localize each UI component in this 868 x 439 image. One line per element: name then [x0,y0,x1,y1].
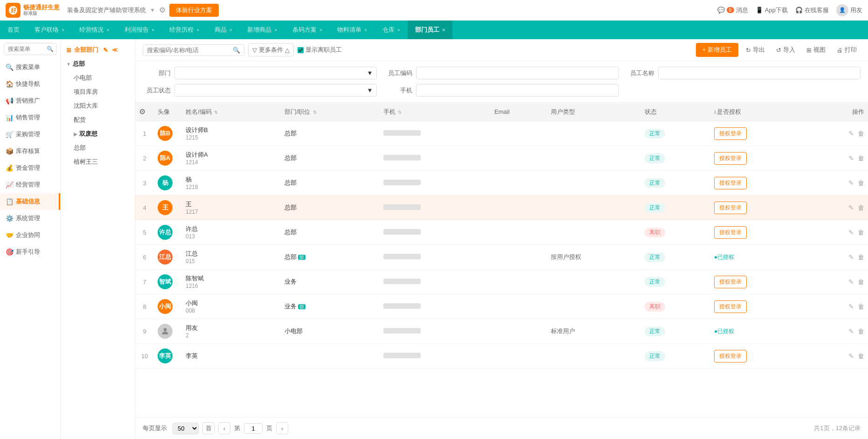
auth-login-btn[interactable]: 授权登录 [714,276,747,288]
close-profit-tab[interactable]: × [152,27,154,33]
delete-icon[interactable]: 🗑 [858,303,864,310]
edit-icon[interactable]: ✎ [848,154,854,162]
dept-edit-icon[interactable]: ✎ [103,47,108,54]
close-history-tab[interactable]: × [196,27,199,33]
sidebar-item-operations[interactable]: 📈 经营管理 [0,176,60,193]
tab-profit[interactable]: 利润报告× [117,21,162,39]
close-bom-tab[interactable]: × [364,27,367,33]
auth-login-btn[interactable]: 授权登录 [714,202,747,214]
app-download-btn[interactable]: 📱 App下载 [756,6,788,14]
cell-auth[interactable]: 授权登录 [710,146,810,171]
tab-addgoods[interactable]: 新增商品× [240,21,285,39]
edit-icon[interactable]: ✎ [848,179,854,187]
dept-group-shuangfeixiang[interactable]: ▶ 双废想 [61,127,135,141]
prev-page-btn[interactable]: ‹ [218,422,230,434]
cell-auth[interactable]: 授权登录 [710,171,810,195]
close-customer-tab[interactable]: × [62,27,64,33]
tab-business[interactable]: 经营情况× [72,21,117,39]
table-settings-icon[interactable]: ⚙ [139,108,146,116]
page-input[interactable] [244,423,263,434]
edit-icon[interactable]: ✎ [848,253,854,261]
auth-login-btn[interactable]: 授权登录 [714,127,747,140]
online-support-btn[interactable]: 🎧 在线客服 [795,6,829,14]
dept-item-zhushuwang[interactable]: 植树王三 [61,155,135,169]
dept-item-shenyang[interactable]: 沈阳大库 [61,99,135,113]
auth-login-btn[interactable]: 授权登录 [714,226,747,239]
edit-icon[interactable]: ✎ [848,278,854,286]
delete-icon[interactable]: 🗑 [858,253,864,261]
edit-icon[interactable]: ✎ [848,229,854,236]
delete-icon[interactable]: 🗑 [858,229,864,236]
cell-auth[interactable]: 授权登录 [710,270,810,294]
close-warehouse-tab[interactable]: × [397,27,400,33]
more-conditions-btn[interactable]: ▽ 更多条件 △ [248,43,294,56]
show-resigned-checkbox[interactable] [298,47,304,53]
sidebar-item-collab[interactable]: 🤝 企业协同 [0,227,60,244]
delete-icon[interactable]: 🗑 [858,328,864,335]
sidebar-item-finance[interactable]: 💰 资金管理 [0,160,60,176]
close-employees-tab[interactable]: × [442,27,445,33]
print-btn[interactable]: 🖨 打印 [833,44,861,56]
tab-home[interactable]: 首页 [0,21,27,39]
sidebar-item-inventory[interactable]: 📦 库存核算 [0,143,60,160]
cell-auth[interactable]: 授权登录 [710,121,810,146]
tab-bom[interactable]: 物料清单× [330,21,375,39]
view-btn[interactable]: ⊞ 视图 [803,44,829,56]
edit-icon[interactable]: ✎ [848,204,854,211]
dept-collapse-icon[interactable]: ≪ [112,47,118,53]
page-size-select[interactable]: 50 20 100 [173,423,199,434]
sort-phone-icon[interactable]: ⇅ [398,110,402,115]
sidebar-item-system[interactable]: ⚙️ 系统管理 [0,210,60,227]
tab-goods[interactable]: 商品× [207,21,240,39]
delete-icon[interactable]: 🗑 [858,154,864,162]
search-input[interactable] [147,47,231,54]
add-employee-btn[interactable]: + 新增员工 [696,43,738,57]
delete-icon[interactable]: 🗑 [858,352,864,360]
close-addgoods-tab[interactable]: × [274,27,277,33]
cell-auth[interactable]: 授权登录 [710,344,810,369]
auth-login-btn[interactable]: 授权登录 [714,152,747,165]
dropdown-arrow-system[interactable]: ▼ [150,7,155,14]
dept-item-peihuo[interactable]: 配货 [61,113,135,127]
dept-item-xiaodian[interactable]: 小电部 [61,71,135,85]
filter-empstatus-select[interactable]: ▼ [174,84,377,97]
filter-empcode-input[interactable] [416,67,618,79]
edit-icon[interactable]: ✎ [848,352,854,360]
first-page-btn[interactable]: 首 [202,422,215,434]
close-goods-tab[interactable]: × [229,27,232,33]
cell-auth[interactable]: 授权登录 [710,195,810,220]
auth-login-btn[interactable]: 授权登录 [714,350,747,362]
show-resigned-label[interactable]: 显示离职员工 [298,46,342,54]
delete-icon[interactable]: 🗑 [858,204,864,211]
edit-icon[interactable]: ✎ [848,130,854,137]
auth-login-btn[interactable]: 授权登录 [714,177,747,189]
delete-icon[interactable]: 🗑 [858,278,864,286]
gear-icon[interactable]: ⚙ [159,6,166,14]
sidebar-item-guide[interactable]: 🎯 新手引导 [0,244,60,260]
delete-icon[interactable]: 🗑 [858,130,864,137]
edit-icon[interactable]: ✎ [848,303,854,310]
cell-auth[interactable]: 授权登录 [710,294,810,319]
sidebar-item-search[interactable]: 🔍 搜索菜单 [0,59,60,76]
next-page-btn[interactable]: › [276,422,288,434]
sidebar-item-purchase[interactable]: 🛒 采购管理 [0,126,60,143]
sidebar-item-marketing[interactable]: 📢 营销推广 [0,92,60,109]
sidebar-item-sales[interactable]: 📊 销售管理 [0,109,60,126]
tab-history[interactable]: 经营历程× [162,21,207,39]
auth-login-btn[interactable]: 授权登录 [714,300,747,313]
try-btn[interactable]: 体验行业方案 [169,4,219,17]
tab-employees[interactable]: 部门员工× [408,21,452,39]
export-btn[interactable]: ↻ 导出 [742,44,769,56]
filter-dept-select[interactable]: ▼ [174,67,377,79]
tab-customer[interactable]: 客户联络× [27,21,72,39]
close-barcode-tab[interactable]: × [319,27,322,33]
user-avatar[interactable]: 👤 用友 [836,4,862,16]
dept-group-zongbu[interactable]: ▼ 总部 [61,57,135,71]
tab-barcode[interactable]: 条码方案× [285,21,330,39]
sort-dept-icon[interactable]: ⇅ [313,110,317,115]
dept-item-project[interactable]: 项目库房 [61,85,135,99]
close-business-tab[interactable]: × [106,27,109,33]
cell-auth[interactable]: 授权登录 [710,220,810,245]
sort-name-icon[interactable]: ⇅ [214,110,218,115]
filter-empname-input[interactable] [658,67,861,79]
